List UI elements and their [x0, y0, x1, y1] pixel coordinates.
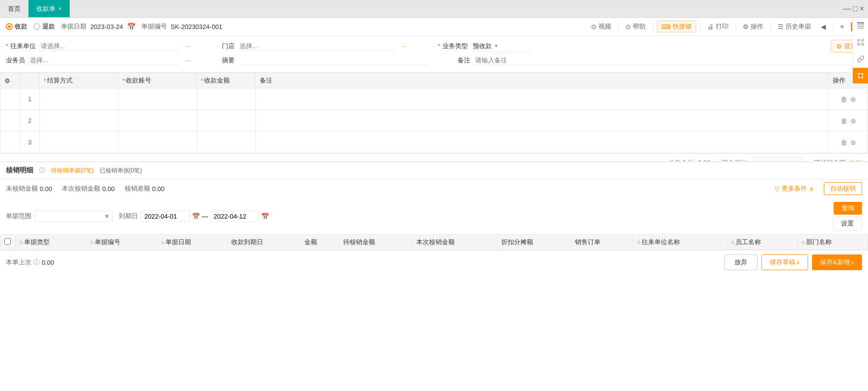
- auto-verify-btn[interactable]: 自动核销: [824, 182, 862, 195]
- row3-num: 3: [20, 132, 40, 153]
- row3-copy-icon[interactable]: ⊕: [850, 139, 856, 146]
- checkbox-header[interactable]: [0, 235, 15, 250]
- due-date-start-input[interactable]: [141, 211, 190, 222]
- row1-remark[interactable]: [256, 88, 829, 110]
- form-section: * 往来单位 ··· 门店 ··· * 业务类型 预收款 ▼: [0, 36, 868, 73]
- row1-account[interactable]: [118, 88, 197, 110]
- prev-btn[interactable]: ◀: [818, 22, 829, 31]
- unverified-stat: 未核销金额 0.00: [6, 184, 52, 193]
- radio-receipt[interactable]: 收款: [6, 22, 27, 31]
- col-num-header: [20, 73, 40, 88]
- th-dept-label: 部门名称: [806, 238, 832, 247]
- tab-home[interactable]: 首页: [0, 0, 28, 17]
- counterparty-input[interactable]: [39, 41, 180, 51]
- sidebar-icon-2[interactable]: [853, 34, 868, 50]
- th-counterparty: ⇅ 往来单位名称: [632, 235, 726, 250]
- th-discount-label: 折扣分摊额: [501, 238, 533, 246]
- th-current-label: 本次核销金额: [416, 238, 455, 246]
- tab-bar-actions: — □ ×: [843, 4, 868, 13]
- tab-receipt[interactable]: 收款单 ×: [28, 0, 70, 17]
- row3-delete-icon[interactable]: 🗑: [841, 139, 847, 146]
- sidebar-icon-3[interactable]: [853, 51, 868, 67]
- video-btn[interactable]: ⊙ 视频: [588, 21, 614, 32]
- clerk-input[interactable]: [28, 56, 180, 65]
- cash-discount-input[interactable]: [753, 158, 802, 161]
- window-minimize-btn[interactable]: —: [843, 4, 851, 13]
- summary-row: 收款合计 0.00 + 现金折扣: = 可核销金额 0.00: [0, 153, 868, 161]
- info-icon[interactable]: ⓘ: [33, 258, 40, 267]
- radio-refund[interactable]: 退款: [33, 22, 55, 31]
- doc-range-field: 单据范围 ▼: [6, 211, 113, 222]
- row2-amount[interactable]: [197, 110, 256, 132]
- col-settle-header: * 结算方式: [40, 73, 118, 88]
- bottom-table: ⇅ 单据类型 ⇅ 单据编号 ⇅: [0, 234, 868, 250]
- help-icon: ⊙: [625, 23, 631, 30]
- help-btn[interactable]: ⊙ 帮助: [623, 21, 649, 32]
- row2-copy-icon[interactable]: ⊕: [850, 117, 856, 125]
- operation-btn[interactable]: ⚙ 操作: [740, 21, 766, 32]
- row3-account[interactable]: [118, 132, 197, 153]
- query-btn[interactable]: 查询: [834, 202, 862, 215]
- print-btn[interactable]: 🖨 打印: [705, 21, 732, 32]
- operation-label: 操作: [751, 22, 763, 31]
- hexiao-settings-btn[interactable]: 设置: [833, 217, 862, 230]
- row3-settle[interactable]: [40, 132, 118, 153]
- window-close-btn[interactable]: ×: [860, 4, 864, 13]
- doc-date-field: 单据日期 2023-03-24 📅: [61, 22, 136, 31]
- summary-input[interactable]: [238, 56, 428, 65]
- window-maximize-btn[interactable]: □: [853, 4, 858, 13]
- tab-close-icon[interactable]: ×: [58, 5, 62, 12]
- counterparty-more-icon[interactable]: ···: [183, 42, 192, 50]
- radio-refund-label: 退款: [42, 22, 55, 31]
- doc-range-select[interactable]: [34, 211, 113, 222]
- clerk-more-icon[interactable]: ···: [183, 56, 192, 64]
- row1-amount[interactable]: [197, 88, 256, 110]
- row2-delete-icon[interactable]: 🗑: [841, 117, 847, 125]
- link-icon: [857, 55, 865, 63]
- calendar-start-icon[interactable]: 📅: [192, 213, 200, 220]
- pending-tab[interactable]: 待核销单据(0笔): [51, 167, 94, 175]
- business-type-select[interactable]: 预收款 ▼: [471, 41, 530, 52]
- footer: 本单上次 ⓘ 0.00 放弃 保存草稿 ∧ 保存&新增 ∧: [0, 250, 868, 274]
- right-sidebar: [852, 18, 868, 84]
- calendar-end-icon[interactable]: 📅: [261, 213, 269, 220]
- date-range: 📅 — 📅: [141, 211, 269, 222]
- row2-settle[interactable]: [40, 110, 118, 132]
- sidebar-icon-1[interactable]: [853, 18, 868, 33]
- col-setting-header[interactable]: ⚙: [0, 73, 20, 88]
- row3-remark[interactable]: [256, 132, 829, 153]
- row3-amount[interactable]: [197, 132, 256, 153]
- row1-delete-icon[interactable]: 🗑: [841, 95, 847, 103]
- hexiao-info-icon[interactable]: ⓘ: [39, 167, 45, 175]
- doc-date-label: 单据日期: [61, 22, 86, 31]
- save-new-chevron: ∧: [851, 260, 854, 265]
- due-date-end-input[interactable]: [210, 211, 259, 222]
- sidebar-icon-4[interactable]: [853, 68, 868, 84]
- done-tab[interactable]: 已核销单据(0笔): [100, 167, 142, 175]
- more-conditions-btn[interactable]: ▽ 更多条件 ∧: [775, 184, 814, 193]
- save-draft-btn[interactable]: 保存草稿 ∧: [761, 254, 808, 270]
- history-btn[interactable]: ☰ 历史单据: [775, 21, 814, 32]
- list-view-btn[interactable]: ≡: [837, 22, 847, 31]
- dropdown-icon: ▼: [494, 43, 499, 49]
- remark-input[interactable]: [473, 56, 862, 65]
- col-remark-header: 备注: [256, 73, 829, 88]
- calendar-icon[interactable]: 📅: [127, 23, 136, 30]
- clerk-label: 业务员: [6, 56, 25, 65]
- row1-copy-icon[interactable]: ⊕: [850, 95, 856, 103]
- store-more-icon[interactable]: ···: [399, 42, 408, 50]
- settings-gear-icon: ⚙: [836, 43, 842, 50]
- row1-settle[interactable]: [40, 88, 118, 110]
- row2-account[interactable]: [118, 110, 197, 132]
- shortcut-btn[interactable]: ⌨ 快捷键: [657, 21, 696, 32]
- summary-label: 摘要: [222, 56, 235, 65]
- clerk-field: 业务员 ···: [6, 56, 192, 65]
- save-new-btn[interactable]: 保存&新增 ∧: [812, 254, 862, 270]
- row2-remark[interactable]: [256, 110, 829, 132]
- doc-no-label: 单据编号: [141, 22, 167, 31]
- business-type-field: * 业务类型 预收款 ▼: [438, 41, 575, 52]
- select-all-checkbox[interactable]: [4, 238, 11, 245]
- abandon-btn[interactable]: 放弃: [724, 254, 758, 270]
- remark-field: 备注: [458, 56, 862, 65]
- store-input[interactable]: [238, 41, 396, 51]
